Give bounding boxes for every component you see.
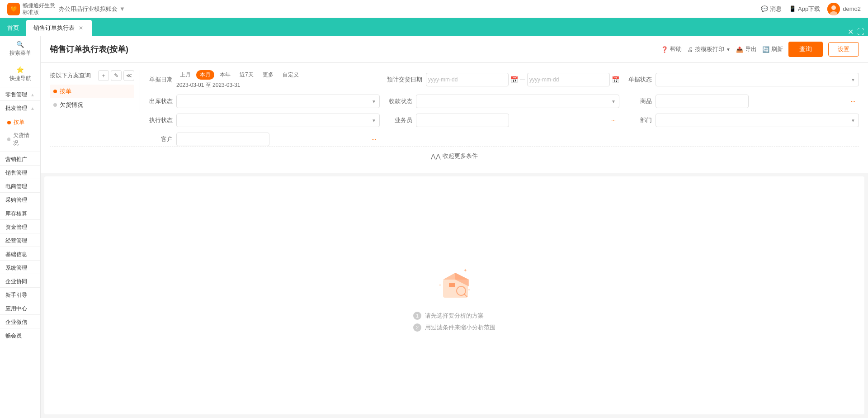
svg-text:✦: ✦ <box>439 283 442 287</box>
filter-row-4: 客户 ··· <box>147 133 859 146</box>
page-title: 销售订单执行表(按单) <box>50 44 128 55</box>
message-button[interactable]: 💬 消息 <box>761 5 782 13</box>
doc-status-select[interactable] <box>656 73 859 86</box>
sidebar-section-inventory[interactable]: 库存核算 <box>0 206 40 219</box>
download-icon: 📱 <box>789 5 796 12</box>
scheme-item-order[interactable]: 按单 <box>50 85 134 98</box>
salesperson-input[interactable] <box>416 114 509 127</box>
customer-input[interactable] <box>176 133 269 146</box>
date-btn-last-month[interactable]: 上月 <box>176 70 194 80</box>
sidebar-section-member[interactable]: 畅会员 <box>0 328 40 342</box>
sidebar-section-wholesale[interactable]: 批发管理 ▲ <box>0 100 40 114</box>
product-picker-icon[interactable]: ··· <box>851 98 855 104</box>
tab-sales-order-exec[interactable]: 销售订单执行表 ✕ <box>26 20 92 36</box>
sidebar-section-enterprise[interactable]: 企业协同 <box>0 274 40 287</box>
svg-point-1 <box>831 5 836 10</box>
filter-exec-status: 执行状态 ▼ <box>147 114 380 127</box>
filter-area: 按以下方案查询 ＋ ✎ ≪ 按单 欠货情况 <box>41 63 868 173</box>
filter-delivery-date-range: yyyy-mm-dd 📅 — yyyy-mm-dd 📅 <box>426 73 619 86</box>
main-layout: 🔍 搜索菜单 ⭐ 快捷导航 零售管理 ▲ 批发管理 ▲ 按单 欠货情况 营销推 <box>0 36 868 418</box>
sidebar-section-purchase[interactable]: 采购管理 <box>0 192 40 206</box>
tip-num-2: 2 <box>413 323 421 332</box>
date-btn-7days[interactable]: 近7天 <box>236 70 257 80</box>
svg-text:✦: ✦ <box>468 289 470 291</box>
filter-row-2: 出库状态 ▼ 收款状态 <box>147 95 859 108</box>
sidebar-section-guide[interactable]: 新手引导 <box>0 287 40 301</box>
collapse-more-button[interactable]: ⋀⋀ 收起更多条件 <box>425 150 483 162</box>
close-window-icon[interactable]: ✕ <box>848 28 854 36</box>
scheme-item-owed[interactable]: 欠货情况 <box>50 98 134 112</box>
chevron-icon: ▲ <box>30 92 35 97</box>
topbar-right: 💬 消息 📱 App下载 demo2 <box>761 3 861 15</box>
product-input[interactable] <box>656 95 749 108</box>
refresh-button[interactable]: 🔄 刷新 <box>762 45 783 53</box>
exec-status-select[interactable] <box>176 114 380 127</box>
department-select[interactable] <box>656 114 859 127</box>
sidebar-section-appstore[interactable]: 应用中心 <box>0 301 40 314</box>
date-quick-btns: 上月 本月 本年 近7天 更多 自定义 <box>176 70 302 80</box>
calendar-to-icon[interactable]: 📅 <box>612 76 619 83</box>
delivery-status-select[interactable] <box>176 95 380 108</box>
tab-close-icon[interactable]: ✕ <box>77 24 85 32</box>
filter-fields: 单据日期 上月 本月 本年 近7天 更多 自定义 <box>140 70 859 146</box>
sidebar-item-owed[interactable]: 欠货情况 <box>0 129 40 150</box>
breadcrumb: 办公用品行业模拟账套 ▼ <box>59 5 125 13</box>
help-button[interactable]: ❓ 帮助 <box>661 45 682 53</box>
page-header-actions: ❓ 帮助 🖨 按模板打印 ▼ 📤 导出 🔄 刷新 查询 设置 <box>661 42 859 57</box>
collection-status-select[interactable] <box>416 95 619 108</box>
sidebar-section-marketing[interactable]: 营销推广 <box>0 152 40 165</box>
query-button[interactable]: 查询 <box>788 42 823 57</box>
empty-illustration: ✦ ✦ ✦ <box>432 259 477 304</box>
date-btn-this-month[interactable]: 本月 <box>196 70 214 80</box>
print-icon: 🖨 <box>687 46 693 53</box>
sidebar-section-basic[interactable]: 基础信息 <box>0 247 40 260</box>
avatar <box>827 3 840 15</box>
sidebar-section-sales[interactable]: 销售管理 <box>0 165 40 179</box>
page-header: 销售订单执行表(按单) ❓ 帮助 🖨 按模板打印 ▼ 📤 导出 🔄 刷新 <box>41 36 868 63</box>
calendar-from-icon[interactable]: 📅 <box>510 76 518 83</box>
filter-row-1: 单据日期 上月 本月 本年 近7天 更多 自定义 <box>147 70 859 89</box>
date-btn-custom[interactable]: 自定义 <box>279 70 302 80</box>
setup-button[interactable]: 设置 <box>828 42 859 57</box>
date-btn-more[interactable]: 更多 <box>259 70 277 80</box>
tab-home[interactable]: 首页 <box>0 20 26 36</box>
topbar: 🧡 畅捷通好生意 标准版 办公用品行业模拟账套 ▼ 💬 消息 📱 App下载 d… <box>0 0 868 18</box>
svg-text:✦: ✦ <box>463 268 467 273</box>
collapse-more-row: ⋀⋀ 收起更多条件 <box>50 146 859 166</box>
search-icon: 🔍 <box>16 41 24 48</box>
svg-rect-6 <box>449 283 455 287</box>
sidebar-section-ecommerce[interactable]: 电商管理 <box>0 179 40 192</box>
export-button[interactable]: 📤 导出 <box>736 45 757 53</box>
maximize-icon[interactable]: ⛶ <box>857 28 864 36</box>
add-scheme-button[interactable]: ＋ <box>98 70 109 81</box>
app-download-button[interactable]: 📱 App下载 <box>789 5 820 13</box>
user-menu[interactable]: demo2 <box>827 3 861 15</box>
filter-scheme-title: 按以下方案查询 ＋ ✎ ≪ <box>50 70 134 81</box>
logo-text: 畅捷通好生意 标准版 <box>23 2 55 15</box>
logo-area: 🧡 畅捷通好生意 标准版 <box>7 2 55 15</box>
filter-delivery-status: 出库状态 ▼ <box>147 95 380 108</box>
star-icon: ⭐ <box>16 66 24 73</box>
sidebar-item-search[interactable]: 🔍 搜索菜单 <box>0 36 40 62</box>
chevron-down-icon[interactable]: ▼ <box>119 5 125 12</box>
sidebar-section-operations[interactable]: 经营管理 <box>0 233 40 247</box>
help-icon: ❓ <box>661 46 668 53</box>
edit-scheme-button[interactable]: ✎ <box>111 70 122 81</box>
collapse-icon: ⋀⋀ <box>431 153 441 160</box>
delivery-date-from[interactable]: yyyy-mm-dd <box>426 73 509 86</box>
table-area: ✦ ✦ ✦ 1 请先选择要分析的方案 2 用过滤条件来 <box>44 176 864 414</box>
topbar-left: 🧡 畅捷通好生意 标准版 办公用品行业模拟账套 ▼ <box>7 2 125 15</box>
sidebar-section-system[interactable]: 系统管理 <box>0 260 40 274</box>
sidebar-section-retail[interactable]: 零售管理 ▲ <box>0 87 40 100</box>
date-range-display: 2023-03-01 至 2023-03-31 <box>176 81 380 89</box>
customer-picker-icon[interactable]: ··· <box>372 136 376 142</box>
salesperson-picker-icon[interactable]: ··· <box>611 117 616 124</box>
collapse-scheme-button[interactable]: ≪ <box>123 70 134 81</box>
sidebar-section-finance[interactable]: 资金管理 <box>0 219 40 233</box>
template-print-button[interactable]: 🖨 按模板打印 ▼ <box>687 45 731 53</box>
sidebar-item-order[interactable]: 按单 <box>0 116 40 129</box>
sidebar-item-quicknav[interactable]: ⭐ 快捷导航 <box>0 62 40 87</box>
sidebar-section-wechat[interactable]: 企业微信 <box>0 314 40 328</box>
date-btn-this-year[interactable]: 本年 <box>216 70 234 80</box>
delivery-date-to[interactable]: yyyy-mm-dd <box>527 73 610 86</box>
